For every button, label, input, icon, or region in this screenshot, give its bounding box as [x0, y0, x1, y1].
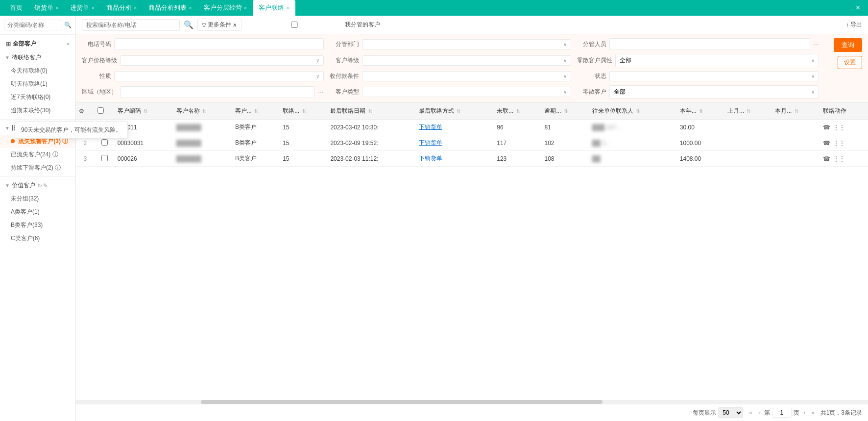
sidebar-item-declining[interactable]: 持续下滑客户(2) ⓘ: [0, 161, 75, 174]
sidebar-item-class-a[interactable]: A类客户(1): [0, 205, 75, 219]
sidebar-section-pending[interactable]: ▼ 待联络客户: [0, 51, 75, 64]
nav-customer-tier-close[interactable]: ×: [244, 5, 247, 11]
sidebar-search-icon[interactable]: 🔍: [64, 22, 72, 28]
contact-icon-3[interactable]: ☎: [823, 155, 830, 162]
dept-select[interactable]: ∨: [362, 39, 572, 50]
sidebar-item-today[interactable]: 今天待联络(0): [0, 64, 75, 77]
more-actions-icon-2[interactable]: ⋮⋮: [833, 140, 845, 147]
per-page-select[interactable]: 50 20 100: [718, 407, 743, 418]
contact-icon-1[interactable]: ☎: [823, 124, 830, 131]
row-contact-3: 15: [280, 151, 327, 167]
col-last-month[interactable]: 上月... ⇅: [724, 103, 772, 120]
row-check-3[interactable]: [101, 155, 108, 161]
col-type[interactable]: 客户... ⇅: [232, 103, 280, 120]
price-grade-arrow-icon: ∨: [316, 58, 319, 63]
table-area: ⚙ 客户编码 ⇅ 客户名称 ⇅: [76, 103, 868, 400]
nav-product-analysis[interactable]: 商品分析 ×: [100, 0, 143, 16]
row-code-3[interactable]: 000026: [115, 151, 173, 167]
status-select[interactable]: ∨: [609, 71, 819, 81]
retail-customer-select[interactable]: 全部 ∨: [609, 85, 819, 99]
customer-type-select[interactable]: ∨: [362, 87, 572, 97]
payment-select[interactable]: ∨: [362, 71, 572, 81]
my-customer-check[interactable]: [245, 22, 343, 28]
sidebar-all-customers[interactable]: ⊞ 全部客户 «: [0, 37, 75, 51]
refresh-icon[interactable]: ↻: [37, 182, 42, 189]
page-number-input[interactable]: [772, 408, 792, 418]
retail-attr-value: 全部: [620, 56, 631, 65]
sidebar-item-class-b[interactable]: B类客户(33): [0, 219, 75, 232]
sidebar-item-week[interactable]: 近7天待联络(0): [0, 91, 75, 104]
row-checkbox-3[interactable]: [95, 151, 115, 167]
nav-product-list[interactable]: 商品分析列表 ×: [143, 0, 197, 16]
churned-label: 已流失客户(24) ⓘ: [11, 151, 58, 158]
col-gear[interactable]: ⚙: [76, 103, 95, 120]
sidebar-section-value[interactable]: ▼ 价值客户 ↻ ✎: [0, 179, 75, 192]
gear-icon[interactable]: ⚙: [79, 108, 84, 115]
query-button[interactable]: 查询: [834, 38, 862, 52]
col-contact-count[interactable]: 联络... ⇅: [280, 103, 327, 120]
nav-customer-contact[interactable]: 客户联络 ×: [253, 0, 295, 16]
col-code[interactable]: 客户编码 ⇅: [115, 103, 173, 120]
scroll-thumb[interactable]: [201, 400, 603, 404]
sidebar-search-input[interactable]: [4, 20, 62, 30]
search-input[interactable]: [82, 19, 180, 31]
row-last-method-1[interactable]: 下销货单: [416, 120, 494, 135]
col-name[interactable]: 客户名称 ⇅: [173, 103, 232, 120]
first-page-button[interactable]: «: [747, 409, 754, 417]
sidebar-item-tomorrow[interactable]: 明天待联络(1): [0, 77, 75, 91]
customer-table: ⚙ 客户编码 ⇅ 客户名称 ⇅: [76, 103, 868, 167]
ungrouped-label: 未分组(32): [11, 195, 39, 202]
sidebar-item-churned[interactable]: 已流失客户(24) ⓘ: [0, 148, 75, 161]
nav-customer-contact-close[interactable]: ×: [286, 5, 289, 11]
nav-product-analysis-close[interactable]: ×: [134, 5, 137, 11]
price-grade-select[interactable]: ∨: [120, 55, 324, 66]
col-unit-contact[interactable]: 往来单位联系人 ⇅: [589, 103, 677, 120]
col-last-method[interactable]: 最后联络方式 ⇅: [416, 103, 494, 120]
manager-label: 分管人员: [577, 40, 606, 49]
search-button[interactable]: 🔍: [184, 20, 193, 29]
col-this-year[interactable]: 本年... ⇅: [677, 103, 724, 120]
row-last-method-2[interactable]: 下销货单: [416, 135, 494, 151]
more-actions-icon-1[interactable]: ⋮⋮: [833, 124, 845, 131]
nature-select[interactable]: ∨: [114, 71, 324, 81]
nav-home[interactable]: 首页: [4, 0, 28, 16]
col-overdue[interactable]: 逾期... ⇅: [541, 103, 589, 120]
manager-input[interactable]: [609, 38, 810, 50]
region-dots-button[interactable]: ···: [318, 88, 324, 96]
row-last-method-3[interactable]: 下销货单: [416, 151, 494, 167]
settings-button[interactable]: 设置: [838, 56, 862, 69]
more-conditions-button[interactable]: ▽ 更多条件 ∧: [197, 19, 241, 31]
manager-dots-button[interactable]: ···: [813, 40, 819, 48]
row-this-year-1: 30.00: [677, 120, 724, 135]
my-customer-checkbox[interactable]: 我分管的客户: [245, 21, 380, 29]
edit-icon[interactable]: ✎: [43, 182, 48, 189]
prev-page-button[interactable]: ‹: [756, 409, 762, 417]
phone-input[interactable]: [114, 38, 324, 50]
window-close-button[interactable]: ×: [852, 3, 864, 12]
sidebar-item-overdue-contact[interactable]: 逾期未联络(30): [0, 104, 75, 117]
export-button[interactable]: ↑ 导出: [846, 21, 862, 29]
col-this-month[interactable]: 本月... ⇅: [772, 103, 820, 120]
select-all-checkbox[interactable]: [97, 107, 104, 114]
nav-product-list-close[interactable]: ×: [189, 5, 192, 11]
sidebar-item-ungrouped[interactable]: 未分组(32): [0, 192, 75, 205]
next-page-button[interactable]: ›: [801, 409, 807, 417]
last-page-button[interactable]: »: [809, 409, 817, 417]
nav-purchase[interactable]: 进货单 ×: [64, 0, 100, 16]
contact-icon-2[interactable]: ☎: [823, 140, 830, 147]
region-input[interactable]: [120, 86, 315, 98]
nav-customer-tier-label: 客户分层经营: [204, 3, 242, 12]
col-uncontacted[interactable]: 未联... ⇅: [494, 103, 541, 120]
nav-sales[interactable]: 销货单 ×: [28, 0, 64, 16]
sidebar-item-class-c[interactable]: C类客户(6): [0, 232, 75, 245]
nav-sales-close[interactable]: ×: [55, 5, 58, 11]
more-actions-icon-3[interactable]: ⋮⋮: [833, 155, 845, 162]
retail-attr-select[interactable]: 全部 ∨: [615, 54, 819, 67]
customer-grade-select[interactable]: ∨: [362, 55, 572, 66]
nav-customer-tier[interactable]: 客户分层经营 ×: [198, 0, 253, 16]
nav-purchase-close[interactable]: ×: [91, 5, 94, 11]
col-last-date[interactable]: 最后联络日期 ⇅: [327, 103, 415, 120]
horizontal-scrollbar[interactable]: [76, 400, 868, 404]
row-check-2[interactable]: [101, 139, 108, 146]
sidebar: 🔍 ⊞ 全部客户 « ▼ 待联络客户 今天待联络(0) 明天待联络(1) 近7天…: [0, 16, 76, 421]
